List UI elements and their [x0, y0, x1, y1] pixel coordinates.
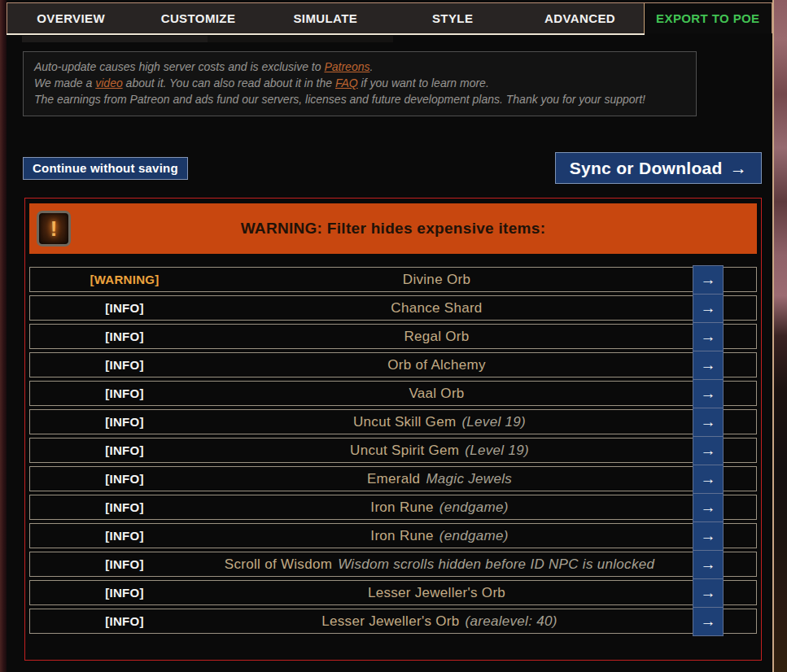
item-name: Uncut Spirit Gem [350, 443, 459, 458]
item-action-cell: → [660, 552, 756, 576]
notice-link[interactable]: Patreons [324, 60, 369, 73]
notice-text: The earnings from Patreon and ads fund o… [34, 93, 645, 106]
scrolled-content-remnant [208, 36, 393, 42]
hidden-item-row: [INFO] Chance Shard → [29, 295, 757, 321]
notice-line-2: We made a video about it. You can also r… [34, 75, 685, 91]
item-name-cell: Lesser Jeweller's Orb [219, 581, 660, 604]
severity-tag: [INFO] [30, 586, 219, 600]
item-action-cell: → [660, 353, 756, 377]
exclamation-glyph: ! [50, 218, 58, 239]
item-name-cell: Uncut Spirit Gem(Level 19) [219, 439, 660, 462]
severity-tag: [INFO] [30, 386, 219, 400]
tab-customize[interactable]: CUSTOMIZE [134, 3, 261, 33]
item-name-cell: EmeraldMagic Jewels [219, 467, 660, 491]
hidden-item-row: [INFO] Iron Rune(endgame) → [29, 523, 757, 548]
sync-or-download-button[interactable]: Sync or Download → [555, 152, 762, 184]
item-note: (arealevel: 40) [466, 613, 557, 629]
item-name: Vaal Orb [409, 386, 464, 401]
item-name: Uncut Skill Gem [353, 414, 456, 430]
hidden-item-row: [INFO] Orb of Alchemy → [29, 352, 757, 377]
item-action-cell: → [660, 325, 756, 348]
severity-tag: [INFO] [30, 415, 219, 429]
item-action-cell: → [660, 268, 756, 291]
item-action-cell: → [660, 382, 756, 405]
goto-item-button[interactable]: → [693, 493, 724, 522]
top-navigation: OVERVIEW CUSTOMIZE SIMULATE STYLE ADVANC… [7, 2, 772, 33]
hidden-item-row: [INFO] Lesser Jeweller's Orb(arealevel: … [29, 609, 757, 634]
goto-item-button[interactable]: → [693, 379, 724, 408]
hidden-item-row: [INFO] Iron Rune(endgame) → [29, 495, 757, 520]
exclamation-badge-icon: ! [37, 211, 71, 247]
item-name: Divine Orb [403, 272, 470, 287]
tab-simulate[interactable]: SIMULATE [262, 3, 389, 33]
hidden-item-row: [INFO] Lesser Jeweller's Orb → [29, 580, 757, 605]
severity-tag: [INFO] [30, 500, 219, 514]
item-name: Lesser Jeweller's Orb [321, 613, 459, 629]
item-action-cell: → [660, 609, 756, 633]
tab-style[interactable]: STYLE [389, 3, 516, 33]
item-name-cell: Divine Orb [219, 268, 660, 291]
item-name: Scroll of Wisdom [225, 556, 332, 572]
severity-tag: [INFO] [30, 443, 219, 457]
notice-text: We made a [34, 76, 95, 89]
goto-item-button[interactable]: → [693, 294, 724, 323]
item-name: Lesser Jeweller's Orb [368, 585, 505, 600]
item-action-cell: → [660, 439, 756, 462]
item-name: Regal Orb [404, 329, 469, 344]
notice-text: about it. You can also read about it in … [123, 76, 335, 89]
severity-tag: [INFO] [30, 614, 219, 628]
item-note: (Level 19) [461, 414, 526, 430]
tab-advanced[interactable]: ADVANCED [516, 3, 643, 33]
warning-panel-title: WARNING: Filter hides expensive items: [241, 220, 546, 238]
goto-item-button[interactable]: → [693, 521, 724, 551]
item-action-cell: → [660, 524, 756, 548]
hidden-item-row: [INFO] Scroll of WisdomWisdom scrolls hi… [29, 552, 757, 577]
goto-item-button[interactable]: → [693, 436, 724, 465]
notice-text: . [369, 60, 373, 73]
item-name-cell: Scroll of WisdomWisdom scrolls hidden be… [219, 552, 660, 576]
severity-tag: [INFO] [30, 529, 219, 543]
notice-line-1: Auto-update causes high server costs and… [34, 59, 685, 75]
warning-panel-header: ! WARNING: Filter hides expensive items: [29, 203, 757, 254]
item-name-cell: Uncut Skill Gem(Level 19) [219, 410, 660, 434]
hidden-item-row: [INFO] EmeraldMagic Jewels → [29, 466, 757, 491]
severity-tag: [INFO] [30, 472, 219, 486]
tab-export-to-poe[interactable]: EXPORT TO POE [644, 3, 772, 33]
item-name-cell: Chance Shard [219, 296, 660, 320]
goto-item-button[interactable]: → [693, 322, 724, 351]
action-buttons-row: Continue without saving Sync or Download… [23, 152, 762, 184]
item-name-cell: Regal Orb [219, 325, 660, 348]
nav-underline [7, 33, 645, 35]
arrow-right-icon: → [730, 159, 747, 178]
tab-overview[interactable]: OVERVIEW [7, 3, 134, 33]
item-note: (Level 19) [465, 443, 529, 458]
item-action-cell: → [660, 581, 756, 604]
item-name: Iron Rune [370, 528, 433, 543]
goto-item-button[interactable]: → [693, 408, 724, 437]
goto-item-button[interactable]: → [693, 465, 724, 494]
goto-item-button[interactable]: → [693, 265, 724, 295]
item-action-cell: → [660, 296, 756, 320]
item-action-cell: → [660, 467, 756, 491]
severity-tag: [INFO] [30, 329, 219, 343]
item-note: (endgame) [439, 500, 509, 515]
goto-item-button[interactable]: → [693, 607, 724, 636]
severity-tag: [INFO] [30, 557, 219, 571]
sync-button-label: Sync or Download [570, 159, 723, 178]
goto-item-button[interactable]: → [693, 351, 724, 380]
continue-without-saving-button[interactable]: Continue without saving [23, 157, 188, 180]
notice-link[interactable]: FAQ [335, 76, 358, 89]
hidden-item-row: [INFO] Uncut Spirit Gem(Level 19) → [29, 438, 757, 463]
item-name-cell: Vaal Orb [219, 382, 660, 405]
main-content: OVERVIEW CUSTOMIZE SIMULATE STYLE ADVANC… [7, 0, 772, 672]
notice-text: Auto-update causes high server costs and… [34, 60, 324, 73]
goto-item-button[interactable]: → [693, 550, 724, 579]
item-action-cell: → [660, 410, 756, 434]
item-name-cell: Iron Rune(endgame) [219, 524, 660, 548]
hidden-item-row: [WARNING] Divine Orb → [29, 267, 757, 292]
goto-item-button[interactable]: → [693, 578, 724, 608]
severity-tag: [WARNING] [30, 273, 219, 286]
notice-link[interactable]: video [95, 76, 122, 89]
page-background-left [0, 0, 7, 672]
scrolled-content-remnant [22, 36, 208, 42]
